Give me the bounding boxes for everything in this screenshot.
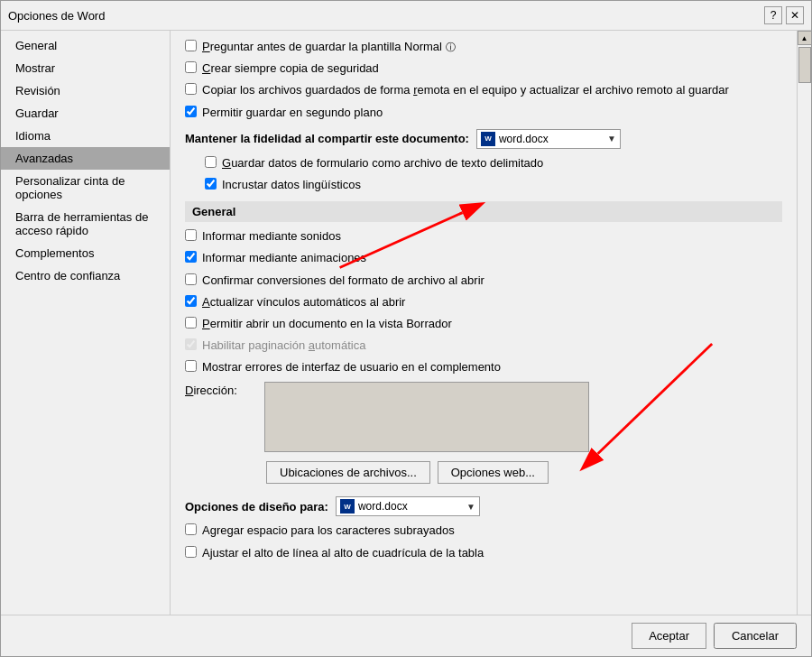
diseno-dropdown[interactable]: W word.docx ▼ xyxy=(336,496,480,516)
close-button[interactable]: ✕ xyxy=(786,6,804,24)
sidebar-item-revision[interactable]: Revisión xyxy=(1,79,170,102)
label-opt3[interactable]: Copiar los archivos guardados de forma r… xyxy=(202,82,729,98)
gen-row-5: Permitir abrir un documento en la vista … xyxy=(185,315,782,333)
sidebar-item-centro[interactable]: Centro de confianza xyxy=(1,264,170,287)
label-gen3[interactable]: Confirmar conversiones del formato de ar… xyxy=(202,273,484,289)
help-button[interactable]: ? xyxy=(764,6,782,24)
checkbox-gen4[interactable] xyxy=(185,295,197,307)
dialog-body: GeneralMostrarRevisiónGuardarIdiomaAvanz… xyxy=(1,31,811,615)
fidelidad-row: Mantener la fidelidad al compartir este … xyxy=(185,129,782,149)
fid-row-2: Incrustar datos lingüísticos xyxy=(185,176,782,194)
sidebar: GeneralMostrarRevisiónGuardarIdiomaAvanz… xyxy=(1,31,171,615)
label-gen1[interactable]: Informar mediante sonidos xyxy=(202,228,341,245)
gen-row-6: Habilitar paginación automática xyxy=(185,337,782,355)
gen-row-4: Actualizar vínculos automáticos al abrir xyxy=(185,293,782,311)
sidebar-item-idioma[interactable]: Idioma xyxy=(1,125,170,147)
label-bot2[interactable]: Ajustar el alto de línea al alto de cuad… xyxy=(202,545,484,561)
fidelidad-dropdown[interactable]: W word.docx ▼ xyxy=(476,129,621,149)
gen-row-3: Confirmar conversiones del formato de ar… xyxy=(185,272,782,290)
checkbox-gen6 xyxy=(185,338,197,350)
option-row-4: Permitir guardar en segundo plano xyxy=(185,104,782,122)
label-gen7[interactable]: Mostrar errores de interfaz de usuario e… xyxy=(202,359,501,375)
scroll-up-button[interactable]: ▲ xyxy=(798,31,812,45)
fid-row-1: Guardar datos de formulario como archivo… xyxy=(185,154,782,172)
label-gen6: Habilitar paginación automática xyxy=(202,338,365,354)
diseno-label: Opciones de diseño para: xyxy=(185,500,328,514)
title-bar: Opciones de Word ? ✕ xyxy=(1,1,811,31)
checkbox-opt3[interactable] xyxy=(185,83,197,95)
checkbox-opt1[interactable] xyxy=(185,40,197,51)
dropdown-arrow: ▼ xyxy=(607,134,616,143)
main-content: Preguntar antes de guardar la plantilla … xyxy=(171,31,797,615)
sidebar-item-general[interactable]: General xyxy=(1,34,170,57)
checkbox-opt4[interactable] xyxy=(185,106,197,117)
option-row-3: Copiar los archivos guardados de forma r… xyxy=(185,81,782,99)
section-general: General xyxy=(185,201,782,222)
checkbox-gen1[interactable] xyxy=(185,229,197,241)
label-opt4[interactable]: Permitir guardar en segundo plano xyxy=(202,105,383,121)
checkbox-bot1[interactable] xyxy=(185,523,197,535)
dialog-window: Opciones de Word ? ✕ GeneralMostrarRevis… xyxy=(0,0,812,657)
diseno-docx-icon: W xyxy=(340,499,355,514)
label-fid1[interactable]: Guardar datos de formulario como archivo… xyxy=(222,155,543,171)
dialog-footer: Aceptar Cancelar xyxy=(1,615,811,656)
cancelar-button[interactable]: Cancelar xyxy=(714,623,797,649)
sidebar-item-mostrar[interactable]: Mostrar xyxy=(1,57,170,79)
sidebar-item-personalizar[interactable]: Personalizar cinta de opciones xyxy=(1,170,170,206)
checkbox-gen3[interactable] xyxy=(185,273,197,285)
title-bar-buttons: ? ✕ xyxy=(764,6,804,24)
sidebar-item-complementos[interactable]: Complementos xyxy=(1,242,170,264)
scrollbar[interactable]: ▲ xyxy=(797,31,811,615)
action-buttons-row: Ubicaciones de archivos... Opciones web.… xyxy=(266,461,782,484)
gen-row-7: Mostrar errores de interfaz de usuario e… xyxy=(185,358,782,376)
label-fid2[interactable]: Incrustar datos lingüísticos xyxy=(222,177,361,193)
aceptar-button[interactable]: Aceptar xyxy=(632,623,706,649)
scroll-thumb[interactable] xyxy=(798,47,811,83)
fidelidad-docname: word.docx xyxy=(499,133,607,145)
option-row-1: Preguntar antes de guardar la plantilla … xyxy=(185,38,782,56)
direccion-textarea[interactable] xyxy=(264,382,589,452)
ubicaciones-button[interactable]: Ubicaciones de archivos... xyxy=(266,461,430,484)
sidebar-item-barra[interactable]: Barra de herramientas de acceso rápido xyxy=(1,206,170,242)
checkbox-fid1[interactable] xyxy=(205,156,217,168)
checkbox-gen5[interactable] xyxy=(185,317,197,328)
docx-icon: W xyxy=(481,132,495,146)
bot-row-1: Agregar espacio para los caracteres subr… xyxy=(185,522,782,540)
fidelidad-label: Mantener la fidelidad al compartir este … xyxy=(185,132,469,145)
opciones-web-button[interactable]: Opciones web... xyxy=(438,461,549,484)
label-opt2[interactable]: Crear siempre copia de seguridad xyxy=(202,60,379,77)
label-gen5[interactable]: Permitir abrir un documento en la vista … xyxy=(202,316,452,332)
diseno-dropdown-arrow: ▼ xyxy=(466,502,475,512)
label-opt1[interactable]: Preguntar antes de guardar la plantilla … xyxy=(202,39,456,55)
checkbox-bot2[interactable] xyxy=(185,546,197,558)
checkbox-gen2[interactable] xyxy=(185,251,197,263)
checkbox-opt2[interactable] xyxy=(185,61,197,73)
label-bot1[interactable]: Agregar espacio para los caracteres subr… xyxy=(202,523,455,539)
bot-row-2: Ajustar el alto de línea al alto de cuad… xyxy=(185,544,782,562)
window-title: Opciones de Word xyxy=(8,9,105,23)
checkbox-fid2[interactable] xyxy=(205,178,217,190)
sidebar-item-avanzadas[interactable]: Avanzadas xyxy=(1,147,170,170)
diseno-row: Opciones de diseño para: W word.docx ▼ xyxy=(185,496,782,516)
direccion-container: Dirección: xyxy=(185,382,782,452)
direccion-label: Dirección: xyxy=(185,382,264,397)
sidebar-item-guardar[interactable]: Guardar xyxy=(1,102,170,125)
label-gen4[interactable]: Actualizar vínculos automáticos al abrir xyxy=(202,294,405,310)
gen-row-2: Informar mediante animaciones xyxy=(185,249,782,267)
checkbox-gen7[interactable] xyxy=(185,360,197,372)
gen-row-1: Informar mediante sonidos xyxy=(185,227,782,245)
label-gen2[interactable]: Informar mediante animaciones xyxy=(202,250,366,266)
option-row-2: Crear siempre copia de seguridad xyxy=(185,60,782,78)
diseno-docname: word.docx xyxy=(358,500,466,513)
